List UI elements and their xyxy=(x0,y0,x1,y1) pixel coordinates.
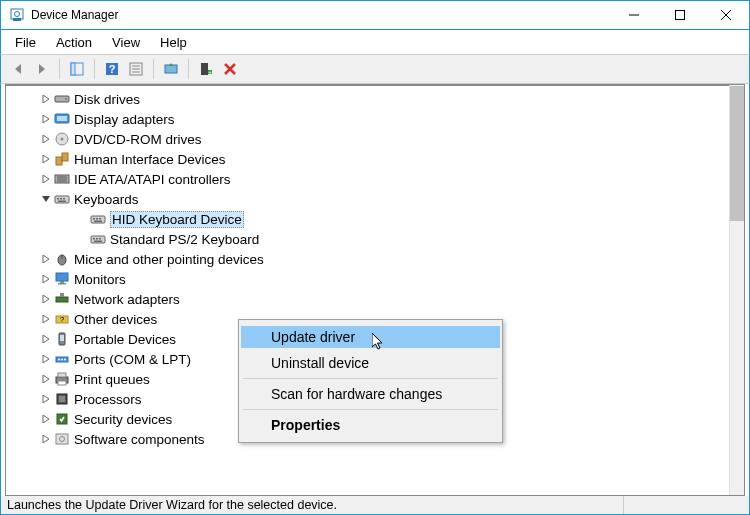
context-menu-separator xyxy=(243,378,498,379)
scan-hardware-button[interactable]: + xyxy=(195,58,217,80)
svg-rect-28 xyxy=(62,153,68,161)
context-menu-separator xyxy=(243,409,498,410)
help-button[interactable]: ? xyxy=(101,58,123,80)
uninstall-device-button[interactable] xyxy=(219,58,241,80)
svg-point-60 xyxy=(58,359,60,361)
printer-icon xyxy=(54,371,70,387)
tree-item-hid-keyboard-device[interactable]: HID Keyboard Device xyxy=(6,209,729,229)
tree-item-label: Portable Devices xyxy=(74,332,176,347)
tree-item-label: Ports (COM & LPT) xyxy=(74,352,191,367)
keyboard-icon xyxy=(90,211,106,227)
menu-help[interactable]: Help xyxy=(150,33,197,52)
expand-icon[interactable] xyxy=(40,153,52,165)
expand-icon[interactable] xyxy=(40,93,52,105)
svg-rect-50 xyxy=(56,273,68,281)
portable-device-icon xyxy=(54,331,70,347)
context-menu-label: Scan for hardware changes xyxy=(271,386,442,402)
tree-item-label: Human Interface Devices xyxy=(74,152,226,167)
expand-icon[interactable] xyxy=(40,253,52,265)
tree-item-label: Disk drives xyxy=(74,92,140,107)
expand-icon[interactable] xyxy=(40,313,52,325)
svg-rect-44 xyxy=(93,238,95,240)
svg-rect-67 xyxy=(59,396,65,402)
minimize-button[interactable] xyxy=(611,1,657,30)
collapse-icon[interactable] xyxy=(40,193,52,205)
tree-item-label: Monitors xyxy=(74,272,126,287)
svg-rect-8 xyxy=(71,63,75,75)
context-menu-label: Properties xyxy=(271,417,340,433)
svg-rect-35 xyxy=(60,198,62,200)
expand-icon[interactable] xyxy=(40,413,52,425)
scrollbar-vertical[interactable] xyxy=(729,85,744,495)
tree-item-label: IDE ATA/ATAPI controllers xyxy=(74,172,231,187)
svg-rect-41 xyxy=(99,218,101,220)
scrollbar-thumb[interactable] xyxy=(730,86,744,221)
display-adapter-icon xyxy=(54,111,70,127)
show-hide-tree-button[interactable] xyxy=(66,58,88,80)
expand-icon[interactable] xyxy=(40,293,52,305)
tree-item-monitors[interactable]: Monitors xyxy=(6,269,729,289)
menu-file[interactable]: File xyxy=(5,33,46,52)
properties-button[interactable] xyxy=(125,58,147,80)
svg-rect-4 xyxy=(676,11,685,20)
tree-item-ide-ata[interactable]: IDE ATA/ATAPI controllers xyxy=(6,169,729,189)
svg-rect-54 xyxy=(60,293,64,297)
tree-item-disk-drives[interactable]: Disk drives xyxy=(6,89,729,109)
context-menu-update-driver[interactable]: Update driver xyxy=(241,326,500,348)
expand-icon[interactable] xyxy=(40,353,52,365)
svg-rect-53 xyxy=(56,297,68,302)
tree-item-display-adapters[interactable]: Display adapters xyxy=(6,109,729,129)
disk-drive-icon xyxy=(54,91,70,107)
context-menu-scan-hardware[interactable]: Scan for hardware changes xyxy=(241,383,500,405)
expand-icon[interactable] xyxy=(40,273,52,285)
tree-item-dvd-cdrom[interactable]: DVD/CD-ROM drives xyxy=(6,129,729,149)
svg-rect-42 xyxy=(94,221,102,223)
svg-rect-39 xyxy=(93,218,95,220)
tree-item-mice[interactable]: Mice and other pointing devices xyxy=(6,249,729,269)
svg-rect-37 xyxy=(58,201,66,203)
svg-rect-69 xyxy=(56,434,68,444)
context-menu-uninstall-device[interactable]: Uninstall device xyxy=(241,352,500,374)
expand-icon[interactable] xyxy=(40,113,52,125)
expand-icon[interactable] xyxy=(40,133,52,145)
status-cell-2 xyxy=(623,496,743,514)
expand-icon[interactable] xyxy=(40,373,52,385)
security-icon xyxy=(54,411,70,427)
window-title: Device Manager xyxy=(31,8,118,22)
app-icon xyxy=(9,7,25,23)
tree-item-label: HID Keyboard Device xyxy=(110,211,244,228)
svg-rect-1 xyxy=(13,18,21,21)
svg-rect-45 xyxy=(96,238,98,240)
back-button[interactable] xyxy=(7,58,29,80)
svg-rect-52 xyxy=(58,283,66,285)
update-driver-button[interactable] xyxy=(160,58,182,80)
expand-icon[interactable] xyxy=(40,393,52,405)
context-menu-properties[interactable]: Properties xyxy=(241,414,500,436)
expand-icon[interactable] xyxy=(40,333,52,345)
hid-icon xyxy=(54,151,70,167)
tree-item-label: Software components xyxy=(74,432,205,447)
expand-icon[interactable] xyxy=(40,433,52,445)
toolbar-separator xyxy=(188,59,189,79)
tree-item-standard-ps2-keyboard[interactable]: Standard PS/2 Keyboard xyxy=(6,229,729,249)
dvd-icon xyxy=(54,131,70,147)
status-bar: Launches the Update Driver Wizard for th… xyxy=(0,496,750,515)
other-device-icon: ? xyxy=(54,311,70,327)
forward-button[interactable] xyxy=(31,58,53,80)
menu-action[interactable]: Action xyxy=(46,33,102,52)
close-button[interactable] xyxy=(703,1,749,30)
svg-point-61 xyxy=(61,359,63,361)
menu-view[interactable]: View xyxy=(102,33,150,52)
svg-rect-27 xyxy=(56,157,62,165)
expand-placeholder xyxy=(76,213,88,225)
svg-point-22 xyxy=(65,98,67,100)
tree-item-hid[interactable]: Human Interface Devices xyxy=(6,149,729,169)
tree-item-keyboards[interactable]: Keyboards xyxy=(6,189,729,209)
tree-item-network[interactable]: Network adapters xyxy=(6,289,729,309)
svg-rect-15 xyxy=(165,65,177,73)
ports-icon xyxy=(54,351,70,367)
expand-icon[interactable] xyxy=(40,173,52,185)
maximize-button[interactable] xyxy=(657,1,703,30)
svg-text:?: ? xyxy=(109,63,116,75)
toolbar-separator xyxy=(153,59,154,79)
